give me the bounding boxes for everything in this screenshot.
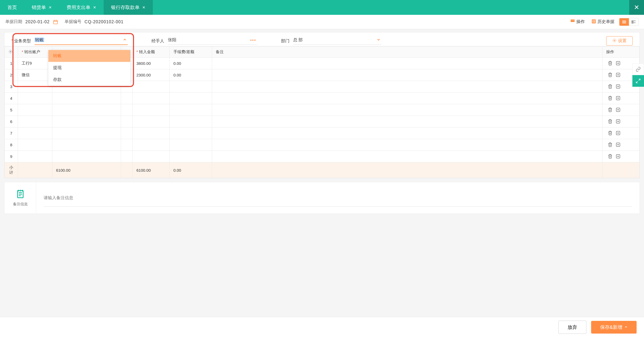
table-row[interactable]: 6 xyxy=(5,116,640,127)
table-row[interactable]: 5 xyxy=(5,104,640,116)
view-list-button[interactable] xyxy=(619,18,629,26)
delete-row-button[interactable] xyxy=(607,95,613,101)
note-cell[interactable] xyxy=(212,93,602,104)
add-row-button[interactable] xyxy=(615,119,621,124)
calendar-icon[interactable] xyxy=(53,19,58,25)
cell[interactable] xyxy=(121,104,133,116)
remarks-input[interactable] xyxy=(44,189,632,207)
close-icon[interactable]: ✕ xyxy=(49,5,52,10)
delete-row-button[interactable] xyxy=(607,142,613,148)
out-account-cell[interactable] xyxy=(18,93,52,104)
table-row[interactable]: 9 xyxy=(5,151,640,162)
gear-header[interactable] xyxy=(5,47,18,58)
add-row-button[interactable] xyxy=(615,60,621,66)
note-cell[interactable] xyxy=(212,58,602,69)
delete-row-button[interactable] xyxy=(607,107,613,113)
fee-cell[interactable] xyxy=(170,116,212,127)
in-amount-cell[interactable]: 3800.00 xyxy=(133,58,170,69)
note-cell[interactable] xyxy=(212,139,602,151)
out-account-cell[interactable] xyxy=(18,151,52,162)
add-row-button[interactable] xyxy=(615,72,621,78)
tab-expense[interactable]: 费用支出单 ✕ xyxy=(59,0,104,15)
in-amount-cell[interactable] xyxy=(133,127,170,139)
table-row[interactable]: 7 xyxy=(5,127,640,139)
delete-row-button[interactable] xyxy=(607,84,613,89)
cell[interactable] xyxy=(52,127,121,139)
in-amount-cell[interactable] xyxy=(133,151,170,162)
out-account-cell[interactable] xyxy=(18,139,52,151)
add-row-button[interactable] xyxy=(615,84,621,89)
dropdown-option-withdraw[interactable]: 提现 xyxy=(48,62,130,74)
expand-icon[interactable] xyxy=(632,75,644,87)
history-button[interactable]: 历史单据 xyxy=(590,19,617,25)
note-cell[interactable] xyxy=(212,69,602,81)
ops-button[interactable]: 操作 xyxy=(568,19,587,25)
out-account-cell[interactable] xyxy=(18,116,52,127)
dept-dropdown[interactable]: 总 部 xyxy=(293,37,381,45)
link-icon[interactable] xyxy=(632,63,644,75)
cell[interactable] xyxy=(121,139,133,151)
out-account-cell[interactable]: 工行9 xyxy=(18,58,52,69)
in-amount-cell[interactable]: 2300.00 xyxy=(133,69,170,81)
add-row-button[interactable] xyxy=(615,107,621,113)
out-account-cell[interactable] xyxy=(18,81,52,93)
add-row-button[interactable] xyxy=(615,95,621,101)
fee-cell[interactable] xyxy=(170,127,212,139)
close-icon[interactable]: ✕ xyxy=(93,5,96,10)
in-amount-cell[interactable] xyxy=(133,116,170,127)
in-amount-cell[interactable] xyxy=(133,139,170,151)
delete-row-button[interactable] xyxy=(607,130,613,136)
biz-type-dropdown[interactable]: 转账 xyxy=(35,37,128,45)
note-cell[interactable] xyxy=(212,104,602,116)
close-icon[interactable]: ✕ xyxy=(142,5,145,10)
more-icon[interactable]: ••• xyxy=(250,38,256,43)
cell[interactable] xyxy=(121,127,133,139)
tab-sales[interactable]: 销货单 ✕ xyxy=(24,0,59,15)
in-amount-cell[interactable] xyxy=(133,104,170,116)
delete-row-button[interactable] xyxy=(607,119,613,124)
cell[interactable] xyxy=(52,93,121,104)
out-account-cell[interactable]: 微信 xyxy=(18,69,52,81)
fee-cell[interactable] xyxy=(170,151,212,162)
fee-cell[interactable]: 0.00 xyxy=(170,69,212,81)
delete-row-button[interactable] xyxy=(607,72,613,78)
cell[interactable] xyxy=(121,93,133,104)
fee-cell[interactable] xyxy=(170,104,212,116)
note-cell[interactable] xyxy=(212,81,602,93)
note-cell[interactable] xyxy=(212,116,602,127)
cell[interactable] xyxy=(121,116,133,127)
settings-button[interactable]: 设置 xyxy=(606,36,633,45)
fee-cell[interactable] xyxy=(170,139,212,151)
cell[interactable] xyxy=(52,151,121,162)
tab-bank[interactable]: 银行存取款单 ✕ xyxy=(104,0,153,15)
table-row[interactable]: 8 xyxy=(5,139,640,151)
note-cell[interactable] xyxy=(212,151,602,162)
handler-field[interactable]: 张阳 ••• xyxy=(168,37,257,45)
fee-cell[interactable]: 0.00 xyxy=(170,58,212,69)
tab-home[interactable]: 首页 xyxy=(0,0,24,15)
out-account-cell[interactable] xyxy=(18,104,52,116)
fee-cell[interactable] xyxy=(170,93,212,104)
fee-cell[interactable] xyxy=(170,81,212,93)
delete-row-button[interactable] xyxy=(607,60,613,66)
chevron-up-icon[interactable] xyxy=(123,38,127,43)
save-button[interactable]: 保存&新增 xyxy=(591,321,637,334)
in-amount-cell[interactable] xyxy=(133,93,170,104)
cell[interactable] xyxy=(52,116,121,127)
out-account-cell[interactable] xyxy=(18,127,52,139)
add-row-button[interactable] xyxy=(615,130,621,136)
cell[interactable] xyxy=(121,151,133,162)
cell[interactable] xyxy=(52,139,121,151)
delete-row-button[interactable] xyxy=(607,153,613,159)
cell[interactable] xyxy=(52,104,121,116)
add-row-button[interactable] xyxy=(615,153,621,159)
chevron-down-icon[interactable] xyxy=(377,38,380,43)
dropdown-option-deposit[interactable]: 存款 xyxy=(48,74,130,86)
add-row-button[interactable] xyxy=(615,142,621,148)
view-card-button[interactable] xyxy=(629,18,638,26)
close-all-button[interactable]: ✕ xyxy=(629,0,644,15)
dropdown-option-transfer[interactable]: 转账 xyxy=(48,50,130,62)
date-value[interactable]: 2020-01-02 xyxy=(25,20,50,24)
table-row[interactable]: 4 xyxy=(5,93,640,104)
note-cell[interactable] xyxy=(212,127,602,139)
